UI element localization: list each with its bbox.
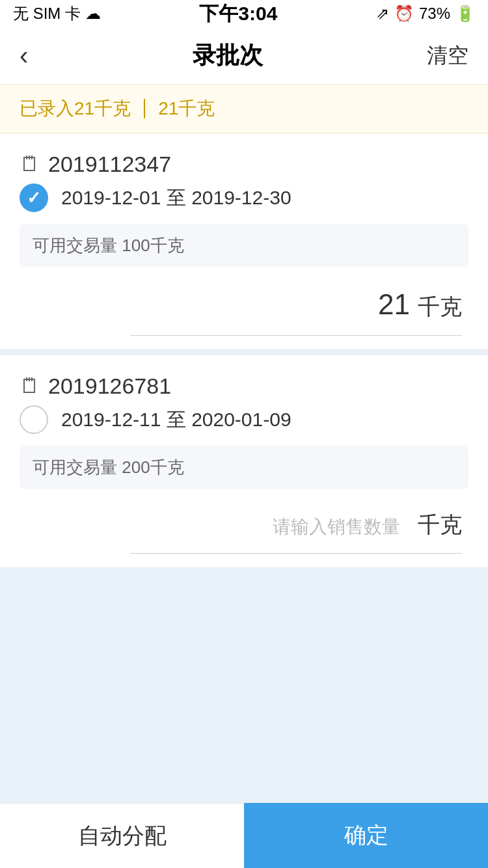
page-title: 录批次: [193, 40, 263, 72]
sim-label: 无 SIM 卡 ☁: [13, 3, 101, 24]
battery-label: 73%: [419, 5, 450, 23]
batch1-header: 🗒 2019112347: [0, 133, 488, 183]
batch1-amount-row: 21 千克: [0, 278, 488, 335]
confirm-button[interactable]: 确定: [244, 803, 488, 868]
separator: [0, 350, 488, 355]
batch1-date-row[interactable]: 2019-12-01 至 2019-12-30: [0, 183, 488, 221]
auto-distribute-button[interactable]: 自动分配: [0, 803, 244, 868]
batch1-unit: 千克: [418, 292, 462, 322]
summary-banner: 已录入21千克 21千克: [0, 85, 488, 133]
batch2-date-row[interactable]: 2019-12-11 至 2020-01-09: [0, 405, 488, 443]
battery-icon: 🔋: [455, 5, 475, 23]
quantity-input[interactable]: [20, 513, 410, 538]
batch1-id: 2019112347: [48, 152, 171, 177]
batch2-unit: 千克: [418, 510, 462, 540]
batch2-input-row[interactable]: 千克: [0, 500, 488, 553]
status-right: ⇗ ⏰ 73% 🔋: [376, 5, 475, 23]
alarm-icon: ⏰: [394, 5, 414, 23]
status-time: 下午3:04: [199, 1, 277, 27]
batch2-header: 🗒 2019126781: [0, 355, 488, 405]
batch1-amount: 21: [378, 288, 410, 321]
batch2-availability: 可用交易量 200千克: [20, 446, 468, 489]
batch2-id: 2019126781: [48, 373, 171, 399]
batch2-date: 2019-12-11 至 2020-01-09: [61, 407, 291, 433]
doc-icon-2: 🗒: [20, 374, 40, 398]
doc-icon-1: 🗒: [20, 152, 40, 176]
batch1-availability: 可用交易量 100千克: [20, 224, 468, 267]
batch1-date: 2019-12-01 至 2019-12-30: [61, 185, 291, 211]
clear-button[interactable]: 清空: [427, 42, 468, 70]
batch1-radio[interactable]: [20, 183, 48, 212]
nav-bar: ‹ 录批次 清空: [0, 27, 488, 85]
batch2-card: 🗒 2019126781 2019-12-11 至 2020-01-09 可用交…: [0, 355, 488, 567]
status-left: 无 SIM 卡 ☁: [13, 3, 101, 24]
bottom-bar: 自动分配 确定: [0, 803, 488, 868]
summary-value: 21千克: [158, 96, 215, 121]
summary-label: 已录入21千克: [20, 96, 131, 121]
status-bar: 无 SIM 卡 ☁ 下午3:04 ⇗ ⏰ 73% 🔋: [0, 0, 488, 27]
batch2-radio[interactable]: [20, 405, 48, 434]
batch1-card: 🗒 2019112347 2019-12-01 至 2019-12-30 可用交…: [0, 133, 488, 349]
summary-divider: [144, 99, 145, 118]
location-icon: ⇗: [376, 5, 389, 23]
back-button[interactable]: ‹: [20, 41, 28, 70]
